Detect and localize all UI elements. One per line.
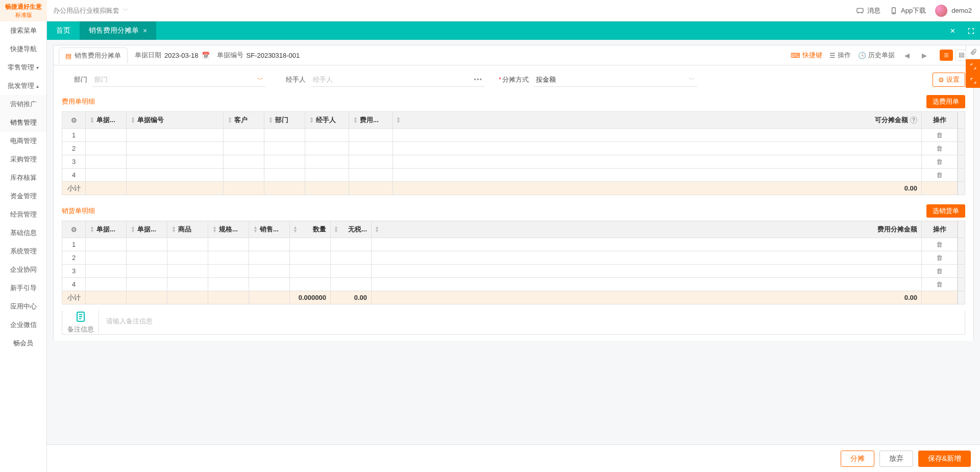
- col-spec[interactable]: ▲▼规格...: [208, 221, 249, 238]
- sidebar-item-purchase[interactable]: 采购管理: [0, 150, 46, 169]
- col-customer[interactable]: ▲▼客户: [224, 112, 264, 128]
- method-select[interactable]: 按金额 ﹀: [534, 73, 697, 87]
- collapse-button[interactable]: [966, 74, 980, 88]
- tab-home[interactable]: 首页: [47, 21, 80, 40]
- handler-field: 经手人 经手人 •••: [280, 73, 484, 87]
- discard-button[interactable]: 放弃: [879, 451, 913, 467]
- messages-button[interactable]: 消息: [856, 6, 880, 15]
- delete-icon[interactable]: 🗑: [936, 254, 943, 262]
- document-icon: ▤: [65, 52, 71, 60]
- fullscreen-icon: [967, 27, 975, 35]
- save-new-button[interactable]: 保存&新增: [918, 451, 971, 467]
- svg-rect-4: [962, 53, 964, 55]
- col-dept[interactable]: ▲▼部门: [264, 112, 305, 128]
- sidebar-item-basedata[interactable]: 基础信息: [0, 224, 46, 242]
- footer-bar: 分摊 放弃 保存&新增: [47, 444, 980, 472]
- delete-icon[interactable]: 🗑: [936, 267, 943, 275]
- tab-fullscreen[interactable]: [962, 21, 980, 40]
- section-title: 销货单明细: [62, 206, 95, 216]
- prev-doc-button[interactable]: ◀: [902, 52, 912, 59]
- delete-icon[interactable]: 🗑: [936, 280, 943, 288]
- shortcut-button[interactable]: ⌨ 快捷键: [791, 51, 822, 60]
- calendar-icon[interactable]: 📅: [202, 52, 210, 59]
- history-button[interactable]: 🕓 历史单据: [858, 51, 895, 60]
- org-selector[interactable]: 办公用品行业模拟账套 ﹀: [53, 6, 129, 15]
- tab-close-all[interactable]: ✕: [943, 21, 962, 40]
- select-sales-button[interactable]: 选销货单: [926, 204, 965, 218]
- sidebar-item-enterprise[interactable]: 企业协同: [0, 261, 46, 279]
- sidebar-item-sales[interactable]: 销售管理: [0, 113, 46, 132]
- operate-button[interactable]: ☰ 操作: [829, 51, 851, 60]
- col-product[interactable]: ▲▼商品: [167, 221, 208, 238]
- svg-point-2: [893, 12, 894, 13]
- view-list-button[interactable]: [940, 50, 953, 61]
- col-alloc[interactable]: ▲▼ 可分摊金额?: [393, 112, 922, 128]
- sidebar-item-wecom[interactable]: 企业微信: [0, 316, 46, 334]
- app-download-button[interactable]: App下载: [890, 6, 926, 15]
- delete-icon[interactable]: 🗑: [936, 145, 943, 152]
- sidebar-item-wholesale[interactable]: 批发管理▴: [0, 77, 46, 95]
- col-docdate[interactable]: ▲▼单据...: [86, 221, 127, 238]
- sidebar-item-system[interactable]: 系统管理: [0, 242, 46, 261]
- sidebar-item-marketing[interactable]: 营销推广: [0, 95, 46, 113]
- next-doc-button[interactable]: ▶: [919, 52, 929, 59]
- chevron-down-icon: ﹀: [122, 6, 129, 15]
- form-panel: 部门 部门 ﹀ 经手人 经手人 ••• *分摊方: [53, 65, 974, 90]
- sidebar-item-inventory[interactable]: 库存核算: [0, 169, 46, 187]
- sidebar-item-search[interactable]: 搜索菜单: [0, 21, 46, 40]
- delete-icon[interactable]: 🗑: [936, 241, 943, 248]
- delete-icon[interactable]: 🗑: [936, 131, 943, 139]
- sidebar-item-ecommerce[interactable]: 电商管理: [0, 132, 46, 150]
- svg-rect-3: [960, 53, 962, 55]
- sidebar-item-finance[interactable]: 资金管理: [0, 187, 46, 205]
- select-expense-button[interactable]: 选费用单: [926, 95, 965, 108]
- gear-column[interactable]: ⚙: [62, 221, 86, 238]
- more-icon: •••: [474, 76, 482, 83]
- expense-subtotal-row: 小计 0.00: [62, 181, 965, 195]
- col-alloc[interactable]: ▲▼费用分摊金额: [372, 221, 922, 238]
- table-row: 2: [62, 142, 86, 155]
- col-docno[interactable]: ▲▼单据...: [127, 221, 167, 238]
- remarks-panel: 备注信息 请输入备注信息: [62, 311, 965, 335]
- sidebar-item-retail[interactable]: 零售管理▾: [0, 58, 46, 77]
- table-row: 3: [62, 265, 86, 277]
- sidebar-item-quicknav[interactable]: 快捷导航: [0, 40, 46, 58]
- expand-button[interactable]: [966, 59, 980, 74]
- col-qty[interactable]: ▲▼数量: [290, 221, 331, 238]
- tab-current[interactable]: 销售费用分摊单 ×: [80, 21, 156, 40]
- remarks-input[interactable]: 请输入备注信息: [99, 311, 965, 334]
- col-notax[interactable]: ▲▼无税...: [331, 221, 372, 238]
- sidebar-item-operation[interactable]: 经营管理: [0, 205, 46, 224]
- col-fee[interactable]: ▲▼费用...: [349, 112, 393, 128]
- app-logo: 畅捷通好生意 标准版: [0, 0, 47, 21]
- dept-input[interactable]: 部门 ﹀: [92, 73, 266, 87]
- allocate-button[interactable]: 分摊: [841, 451, 874, 467]
- info-icon[interactable]: ?: [910, 116, 917, 124]
- settings-button[interactable]: ⚙ 设置: [933, 73, 965, 87]
- sidebar-item-member[interactable]: 畅会员: [0, 334, 46, 352]
- sidebar-item-guide[interactable]: 新手引导: [0, 279, 46, 297]
- sidebar-item-appcenter[interactable]: 应用中心: [0, 297, 46, 316]
- col-handler[interactable]: ▲▼经手人: [305, 112, 349, 128]
- chevron-down-icon: ﹀: [257, 75, 264, 84]
- col-docno[interactable]: ▲▼单据编号: [127, 112, 224, 128]
- table-row: 4: [62, 278, 86, 291]
- sales-table: ⚙ ▲▼单据... ▲▼单据... ▲▼商品 ▲▼规格... ▲▼销售... ▲…: [62, 221, 965, 304]
- handler-input[interactable]: 经手人 •••: [311, 73, 484, 87]
- close-icon[interactable]: ×: [143, 27, 147, 35]
- user-menu[interactable]: demo2: [935, 5, 972, 17]
- message-icon: [856, 7, 864, 15]
- delete-icon[interactable]: 🗑: [936, 158, 943, 166]
- attachment-button[interactable]: [966, 45, 980, 59]
- doc-header: ▤ 销售费用分摊单 单据日期 2023-03-18 📅 单据编号 SF-2023…: [53, 45, 974, 65]
- list-view-icon: [943, 52, 950, 58]
- chevron-down-icon: ﹀: [689, 75, 695, 84]
- delete-icon[interactable]: 🗑: [936, 171, 943, 179]
- col-docdate[interactable]: ▲▼单据...: [86, 112, 127, 128]
- col-sale[interactable]: ▲▼销售...: [249, 221, 290, 238]
- svg-rect-5: [960, 56, 962, 58]
- gear-column[interactable]: ⚙: [62, 112, 86, 128]
- col-op: 操作: [922, 221, 958, 238]
- table-row: 1: [62, 129, 86, 141]
- svg-rect-0: [857, 8, 863, 12]
